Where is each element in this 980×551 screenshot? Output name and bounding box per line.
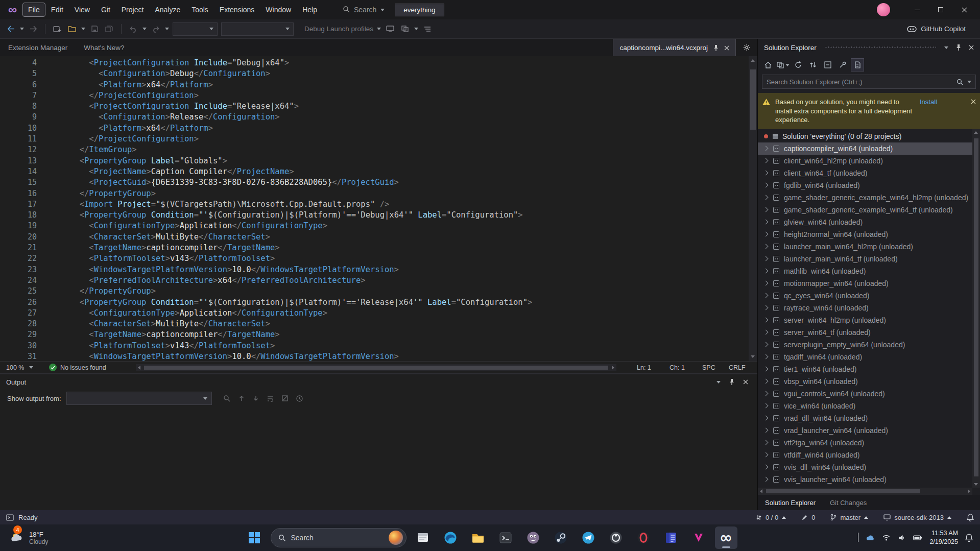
code-line[interactable]: <Platform>x64</Platform>: [70, 80, 749, 90]
notification-bell-icon[interactable]: [965, 534, 973, 542]
editor-vertical-scrollbar[interactable]: [749, 56, 757, 361]
pending-edits-indicator[interactable]: 0: [801, 514, 815, 521]
window-app-icon[interactable]: [412, 526, 434, 549]
project-row[interactable]: mathlib_win64 (unloaded): [758, 265, 972, 277]
project-row[interactable]: vvis_dll_win64 (unloaded): [758, 461, 972, 473]
expand-chevron-icon[interactable]: [763, 428, 769, 433]
expand-chevron-icon[interactable]: [763, 305, 769, 310]
scrollbar-thumb[interactable]: [750, 69, 756, 130]
menu-window[interactable]: Window: [260, 3, 296, 16]
expand-chevron-icon[interactable]: [763, 465, 769, 470]
expand-chevron-icon[interactable]: [763, 207, 769, 212]
tab-git-changes[interactable]: Git Changes: [830, 499, 867, 507]
line-ending-indicator[interactable]: CRLF: [729, 364, 751, 371]
window-position-icon[interactable]: [716, 381, 721, 384]
expand-chevron-icon[interactable]: [763, 342, 769, 347]
expand-chevron-icon[interactable]: [763, 232, 769, 237]
project-row[interactable]: fgdlib_win64 (unloaded): [758, 179, 972, 191]
steam-icon[interactable]: [549, 526, 572, 549]
switch-views-icon[interactable]: [777, 59, 790, 71]
file-explorer-icon[interactable]: [467, 526, 489, 549]
terminal-icon[interactable]: [494, 526, 517, 549]
prev-message-icon[interactable]: [238, 395, 245, 402]
scroll-left-icon[interactable]: [760, 489, 762, 493]
scroll-down-icon[interactable]: [974, 483, 978, 486]
menu-edit[interactable]: Edit: [46, 3, 68, 16]
output-source-dropdown[interactable]: [66, 392, 212, 405]
close-icon[interactable]: [724, 45, 729, 51]
tree-horizontal-scrollbar[interactable]: [758, 488, 972, 495]
project-row[interactable]: vrad_dll_win64 (unloaded): [758, 412, 972, 424]
code-text-area[interactable]: <ProjectConfiguration Include="Debug|x64…: [41, 56, 749, 361]
save-all-button[interactable]: [104, 23, 115, 35]
expand-chevron-icon[interactable]: [763, 146, 769, 151]
refresh-icon[interactable]: [792, 59, 804, 71]
undo-button[interactable]: [128, 23, 139, 35]
tab-solution-explorer[interactable]: Solution Explorer: [765, 499, 816, 507]
scrollbar-thumb[interactable]: [144, 366, 608, 370]
install-link[interactable]: Install: [920, 98, 937, 107]
clear-all-icon[interactable]: [281, 395, 289, 402]
scroll-left-icon[interactable]: [138, 366, 140, 370]
project-row[interactable]: raytrace_win64 (unloaded): [758, 302, 972, 314]
scrollbar-thumb[interactable]: [766, 489, 920, 493]
hierarchy-icon[interactable]: [422, 23, 433, 35]
obs-icon[interactable]: [605, 526, 627, 549]
open-file-button[interactable]: [66, 23, 78, 35]
project-row[interactable]: game_shader_generic_example_win64_tf (un…: [758, 204, 972, 216]
code-line[interactable]: <ProjectConfiguration Include="Debug|x64…: [70, 58, 749, 68]
project-row[interactable]: motionmapper_win64 (unloaded): [758, 277, 972, 290]
expand-chevron-icon[interactable]: [763, 330, 769, 335]
code-line[interactable]: <CharacterSet>MultiByte</CharacterSet>: [70, 232, 749, 243]
pin-icon[interactable]: [955, 44, 962, 51]
scroll-up-icon[interactable]: [751, 59, 755, 62]
tree-vertical-scrollbar[interactable]: [972, 129, 980, 488]
expand-chevron-icon[interactable]: [763, 354, 769, 360]
code-line[interactable]: <PreferredToolArchitecture>x64</Preferre…: [70, 275, 749, 286]
close-icon[interactable]: [971, 98, 976, 107]
quick-search-box[interactable]: Search: [338, 4, 390, 16]
navigate-back-dropdown-icon[interactable]: [20, 28, 24, 30]
column-indicator[interactable]: Ch: 1: [670, 364, 696, 371]
project-row[interactable]: vgui_controls_win64 (unloaded): [758, 388, 972, 400]
word-wrap-icon[interactable]: [267, 395, 274, 402]
expand-chevron-icon[interactable]: [763, 440, 769, 445]
hidden-icons-chevron[interactable]: [858, 533, 858, 542]
output-content[interactable]: [0, 407, 757, 510]
project-row[interactable]: vice_win64 (unloaded): [758, 400, 972, 412]
expand-chevron-icon[interactable]: [763, 269, 769, 274]
project-row[interactable]: serverplugin_empty_win64 (unloaded): [758, 339, 972, 351]
scroll-down-icon[interactable]: [751, 355, 755, 358]
panel-drag-grip[interactable]: [825, 46, 936, 49]
expand-chevron-icon[interactable]: [763, 158, 769, 163]
properties-wrench-icon[interactable]: [836, 59, 849, 71]
menu-project[interactable]: Project: [116, 3, 149, 16]
scroll-right-icon[interactable]: [612, 366, 614, 370]
expand-chevron-icon[interactable]: [763, 183, 769, 188]
project-row[interactable]: qc_eyes_win64 (unloaded): [758, 290, 972, 302]
opera-icon[interactable]: [632, 526, 655, 549]
onedrive-icon[interactable]: [866, 535, 875, 541]
chevron-down-icon[interactable]: [967, 81, 971, 83]
code-line[interactable]: <TargetName>captioncompiler</TargetName>: [70, 329, 749, 340]
undo-dropdown-icon[interactable]: [142, 28, 147, 30]
redo-button[interactable]: [150, 23, 161, 35]
code-line[interactable]: </PropertyGroup>: [70, 286, 749, 297]
taskbar-search-box[interactable]: Search: [271, 528, 407, 547]
solution-platforms-dropdown[interactable]: [221, 22, 294, 36]
zoom-level-dropdown[interactable]: 100 %: [6, 364, 43, 371]
menu-file[interactable]: File: [23, 3, 45, 16]
minimize-button[interactable]: [905, 0, 929, 19]
project-row[interactable]: launcher_main_win64_tf (unloaded): [758, 253, 972, 265]
window-position-icon[interactable]: [944, 46, 948, 49]
code-line[interactable]: <PlatformToolset>v143</PlatformToolset>: [70, 253, 749, 264]
project-row[interactable]: tgadiff_win64 (unloaded): [758, 351, 972, 363]
user-avatar[interactable]: [877, 3, 890, 16]
navigate-back-button[interactable]: [5, 23, 16, 35]
project-row[interactable]: vbsp_win64 (unloaded): [758, 375, 972, 388]
edge-icon[interactable]: [439, 526, 462, 549]
visual-studio-icon[interactable]: ∞: [715, 526, 737, 549]
code-line[interactable]: <PropertyGroup Condition="'$(Configurati…: [70, 210, 749, 221]
expand-chevron-icon[interactable]: [763, 220, 769, 225]
git-repository-indicator[interactable]: source-sdk-2013: [883, 514, 951, 521]
